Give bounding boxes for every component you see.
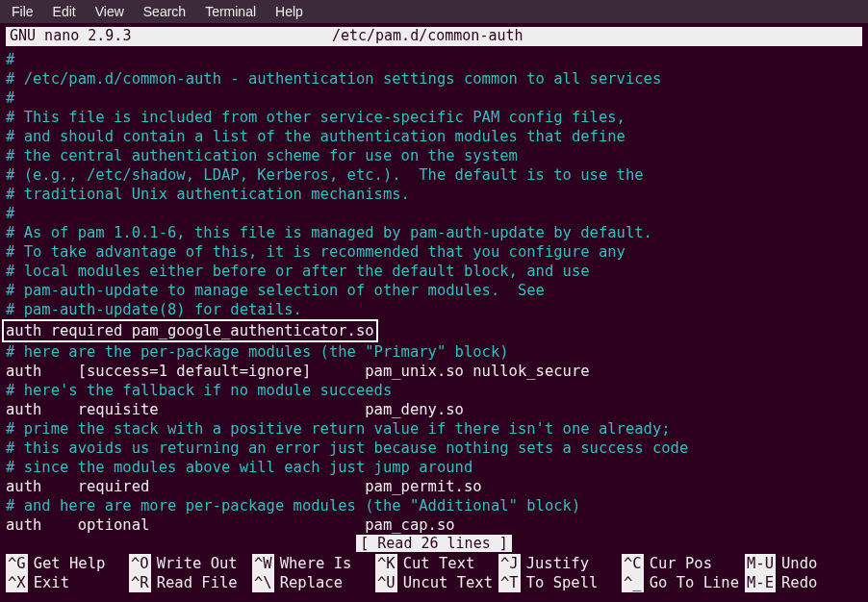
nano-filename: /etc/pam.d/common-auth: [0, 27, 858, 46]
shortcut-justify: ^JJustify: [498, 554, 622, 573]
shortcut-key: ^O: [129, 554, 151, 573]
menu-edit[interactable]: Edit: [45, 2, 84, 21]
editor-line[interactable]: # As of pam 1.0.1-6, this file is manage…: [6, 223, 862, 242]
menu-help[interactable]: Help: [268, 2, 311, 21]
editor-line[interactable]: # and should contain a list of the authe…: [6, 127, 862, 146]
shortcut-get-help: ^GGet Help: [6, 554, 129, 573]
shortcut-label: Write Out: [157, 554, 238, 573]
shortcut-key: ^J: [498, 554, 521, 573]
shortcut-key: ^U: [375, 573, 397, 592]
editor-line[interactable]: auth optional pam_cap.so: [6, 515, 862, 535]
editor-line[interactable]: auth [success=1 default=ignore] pam_unix…: [6, 362, 862, 381]
editor-line[interactable]: # To take advantage of this, it is recom…: [6, 242, 862, 262]
status-message: [ Read 26 lines ]: [356, 535, 512, 552]
shortcut-label: Justify: [526, 554, 589, 573]
menu-terminal[interactable]: Terminal: [197, 2, 264, 21]
editor-line[interactable]: # here are the per-package modules (the …: [6, 342, 862, 362]
shortcut-where-is: ^WWhere Is: [252, 554, 375, 573]
shortcut-cur-pos: ^CCur Pos: [622, 554, 745, 573]
shortcut-label: Undo: [781, 554, 817, 573]
shortcut-to-spell: ^TTo Spell: [498, 573, 622, 592]
shortcut-label: Cut Text: [403, 554, 475, 573]
menu-search[interactable]: Search: [136, 2, 193, 21]
shortcut-label: Go To Line: [650, 573, 739, 592]
shortcut-write-out: ^OWrite Out: [129, 554, 252, 573]
editor-line[interactable]: # this avoids us returning an error just…: [6, 439, 862, 458]
editor-line[interactable]: #: [6, 50, 862, 69]
editor-line[interactable]: auth required pam_permit.so: [6, 477, 862, 496]
shortcut-uncut-text: ^UUncut Text: [375, 573, 498, 592]
shortcut-key: ^G: [6, 554, 28, 573]
shortcut-label: Where Is: [280, 554, 352, 573]
editor-line[interactable]: # since the modules above will each just…: [6, 458, 862, 477]
editor-line[interactable]: #: [6, 204, 862, 223]
shortcut-key: ^K: [375, 554, 397, 573]
editor-line[interactable]: # local modules either before or after t…: [6, 262, 862, 281]
shortcut-go-to-line: ^_Go To Line: [622, 573, 745, 592]
shortcut-key: M-E: [745, 573, 776, 592]
shortcut-read-file: ^RRead File: [129, 573, 252, 592]
shortcut-label: Redo: [781, 573, 817, 592]
editor-area[interactable]: ## /etc/pam.d/common-auth - authenticati…: [0, 46, 868, 535]
shortcut-label: Get Help: [34, 554, 106, 573]
editor-line[interactable]: #: [6, 88, 862, 108]
shortcut-label: Exit: [34, 573, 69, 592]
editor-line[interactable]: # pam-auth-update to manage selection of…: [6, 281, 862, 300]
shortcut-replace: ^\Replace: [252, 573, 375, 592]
editor-line[interactable]: # prime the stack with a positive return…: [6, 419, 862, 439]
editor-line[interactable]: # (e.g., /etc/shadow, LDAP, Kerberos, et…: [6, 165, 862, 185]
editor-line[interactable]: # traditional Unix authentication mechan…: [6, 185, 862, 204]
shortcut-key: ^X: [6, 573, 28, 592]
shortcut-key: ^_: [622, 573, 644, 592]
nano-titlebar: GNU nano 2.9.3 /etc/pam.d/common-auth: [6, 27, 862, 46]
menu-file[interactable]: File: [4, 2, 41, 21]
window-menubar: File Edit View Search Terminal Help: [0, 0, 868, 23]
status-line: [ Read 26 lines ]: [0, 535, 868, 554]
shortcut-label: To Spell: [526, 573, 599, 592]
shortcut-exit: ^XExit: [6, 573, 129, 592]
editor-line[interactable]: # here's the fallback if no module succe…: [6, 381, 862, 400]
editor-line[interactable]: # pam-auth-update(8) for details.: [6, 300, 862, 319]
shortcut-cut-text: ^KCut Text: [375, 554, 498, 573]
shortcut-label: Replace: [280, 573, 343, 592]
editor-line[interactable]: auth required pam_google_authenticator.s…: [6, 319, 862, 342]
editor-line[interactable]: # and here are more per-package modules …: [6, 496, 862, 515]
shortcut-label: Uncut Text: [403, 573, 493, 592]
highlighted-line[interactable]: auth required pam_google_authenticator.s…: [2, 319, 378, 342]
editor-line[interactable]: auth requisite pam_deny.so: [6, 400, 862, 419]
shortcut-key: M-U: [745, 554, 776, 573]
shortcut-label: Read File: [157, 573, 238, 592]
editor-line[interactable]: # This file is included from other servi…: [6, 108, 862, 127]
shortcut-key: ^W: [252, 554, 274, 573]
nano-shortcuts: ^GGet Help^OWrite Out^WWhere Is^KCut Tex…: [0, 554, 868, 592]
editor-line[interactable]: # /etc/pam.d/common-auth - authenticatio…: [6, 69, 862, 88]
shortcut-key: ^T: [498, 573, 521, 592]
shortcut-redo: M-ERedo: [745, 573, 841, 592]
shortcut-undo: M-UUndo: [745, 554, 841, 573]
shortcut-key: ^\: [252, 573, 274, 592]
shortcut-key: ^R: [129, 573, 151, 592]
shortcut-label: Cur Pos: [650, 554, 712, 573]
menu-view[interactable]: View: [88, 2, 132, 21]
editor-line[interactable]: # the central authentication scheme for …: [6, 146, 862, 165]
shortcut-key: ^C: [622, 554, 644, 573]
